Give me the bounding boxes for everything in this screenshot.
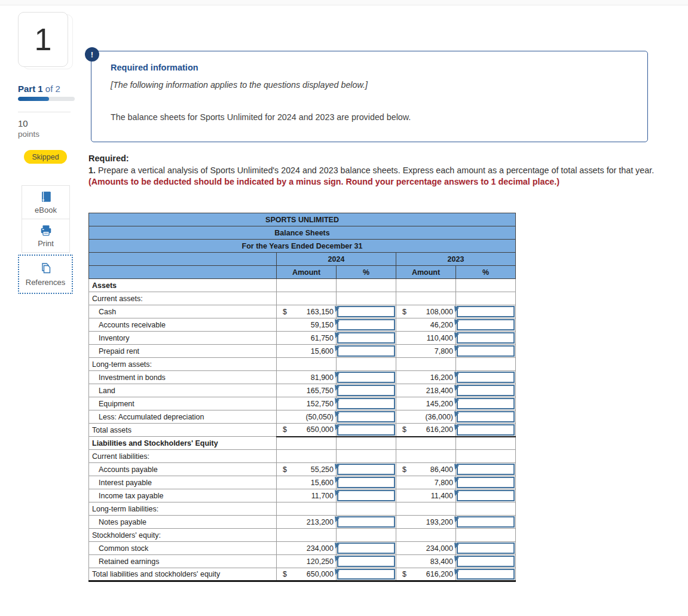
amount-2024-cell: 152,750 (277, 397, 337, 410)
references-button[interactable]: References (18, 255, 73, 294)
amount-2024-cell: (50,050) (277, 410, 337, 424)
table-row: Long-term assets: (89, 358, 516, 371)
amount-2024-cell: 15,600 (277, 476, 337, 489)
amount-2023-cell: $616,200 (396, 568, 456, 581)
percent-input-2024[interactable] (337, 345, 395, 357)
amount-2023-cell: 11,400 (396, 489, 456, 502)
amount-2024-cell: 81,900 (277, 371, 337, 384)
required-instructions: 1. Prepare a vertical analysis of Sports… (88, 165, 661, 187)
percent-input-2024[interactable] (337, 569, 395, 580)
part-progress-bar (18, 97, 75, 101)
table-row: Interest payable15,6007,800 (89, 476, 516, 489)
percent-input-2023[interactable] (457, 516, 515, 528)
row-label: Current assets: (89, 292, 277, 305)
percent-input-2023[interactable] (457, 398, 515, 409)
percent-input-2024[interactable] (337, 516, 395, 528)
percent-input-2024[interactable] (337, 424, 395, 436)
row-label: Liabilities and Stockholders' Equity (89, 437, 277, 450)
percent-input-2023[interactable] (457, 306, 515, 317)
column-header-row: Amount % Amount % (89, 266, 516, 279)
amount-2023-cell: 218,400 (396, 384, 456, 397)
percent-input-2023[interactable] (457, 464, 515, 475)
row-label: Retained earnings (89, 555, 277, 568)
amount-2024-cell: 11,700 (277, 489, 337, 502)
percent-input-2023[interactable] (457, 543, 515, 554)
table-row: Liabilities and Stockholders' Equity (89, 437, 516, 450)
row-label: Cash (89, 305, 277, 318)
amount-2023-cell: $616,200 (396, 424, 456, 437)
points-label: points (18, 130, 39, 139)
percent-input-2024[interactable] (337, 411, 395, 422)
percent-input-2024[interactable] (337, 464, 395, 475)
percent-input-2024[interactable] (337, 332, 395, 344)
amount-2024-header: Amount (277, 266, 337, 279)
percent-input-2024[interactable] (337, 543, 395, 554)
ebook-button[interactable]: eBook (22, 185, 70, 219)
percent-2024-header: % (337, 266, 396, 279)
percent-input-2023[interactable] (457, 424, 515, 436)
ebook-label: eBook (35, 206, 57, 214)
sidebar-divider (18, 112, 71, 112)
instruction-emphasis: (Amounts to be deducted should be indica… (88, 177, 559, 186)
amount-2023-cell: 16,200 (396, 371, 456, 384)
references-pages-icon (38, 262, 53, 276)
required-heading: Required: (88, 154, 129, 163)
percent-input-2023[interactable] (457, 569, 515, 580)
amount-2024-cell: $55,250 (277, 463, 337, 476)
percent-input-2024[interactable] (337, 490, 395, 501)
percent-input-2024[interactable] (337, 306, 395, 317)
percent-input-2023[interactable] (457, 490, 515, 501)
percent-2023-header: % (456, 266, 516, 279)
row-label: Equipment (89, 397, 277, 410)
amount-2024-cell: $650,000 (277, 424, 337, 437)
row-label: Land (89, 384, 277, 397)
percent-input-2023[interactable] (457, 345, 515, 357)
table-row: Stockholders' equity: (89, 529, 516, 542)
total-liabilities-equity-row: Total liabilities and stockholders' equi… (89, 568, 516, 581)
row-label: Stockholders' equity: (89, 529, 277, 542)
row-label: Interest payable (89, 476, 277, 489)
amount-2024-cell: $163,150 (277, 305, 337, 318)
row-label: Accounts payable (89, 463, 277, 476)
amount-2024-cell: 234,000 (277, 542, 337, 555)
top-bar (0, 0, 688, 5)
year-2024-header: 2024 (277, 253, 396, 266)
amount-2024-cell: 15,600 (277, 345, 337, 358)
required-information-note: [The following information applies to th… (111, 80, 368, 90)
amount-2023-cell: 234,000 (396, 542, 456, 555)
row-label: Accounts receivable (89, 318, 277, 332)
amount-2024-cell: 61,750 (277, 332, 337, 345)
skipped-badge[interactable]: Skipped (24, 150, 67, 164)
percent-input-2023[interactable] (457, 411, 515, 422)
percent-input-2024[interactable] (337, 398, 395, 409)
percent-input-2023[interactable] (457, 385, 515, 396)
row-label: Notes payable (89, 516, 277, 529)
percent-input-2024[interactable] (337, 385, 395, 396)
table-row: Notes payable213,200193,200 (89, 516, 516, 529)
total-assets-row: Total assets$650,000$616,200 (89, 424, 516, 437)
percent-input-2023[interactable] (457, 477, 515, 488)
table-row: Income tax payable11,70011,400 (89, 489, 516, 502)
instruction-text: Prepare a vertical analysis of Sports Un… (98, 166, 654, 175)
percent-input-2023[interactable] (457, 319, 515, 330)
statement-name: Balance Sheets (89, 226, 516, 240)
row-label: Long-term assets: (89, 358, 277, 371)
print-button[interactable]: Print (22, 219, 70, 253)
percent-input-2023[interactable] (457, 332, 515, 344)
row-label: Common stock (89, 542, 277, 555)
table-row: Assets (89, 279, 516, 292)
percent-input-2023[interactable] (457, 556, 515, 567)
amount-2023-cell: 110,400 (396, 332, 456, 345)
amount-2023-cell: 145,200 (396, 397, 456, 410)
percent-input-2024[interactable] (337, 372, 395, 383)
percent-input-2024[interactable] (337, 556, 395, 567)
references-label: References (26, 278, 65, 287)
table-title-row: Balance Sheets (89, 226, 516, 240)
percent-input-2023[interactable] (457, 372, 515, 383)
row-label: Less: Accumulated depreciation (89, 410, 277, 424)
points-value: 10 (18, 118, 28, 128)
percent-input-2024[interactable] (337, 319, 395, 330)
question-number: 1 (35, 22, 52, 57)
table-title-row: For the Years Ended December 31 (89, 240, 516, 253)
percent-input-2024[interactable] (337, 477, 395, 488)
